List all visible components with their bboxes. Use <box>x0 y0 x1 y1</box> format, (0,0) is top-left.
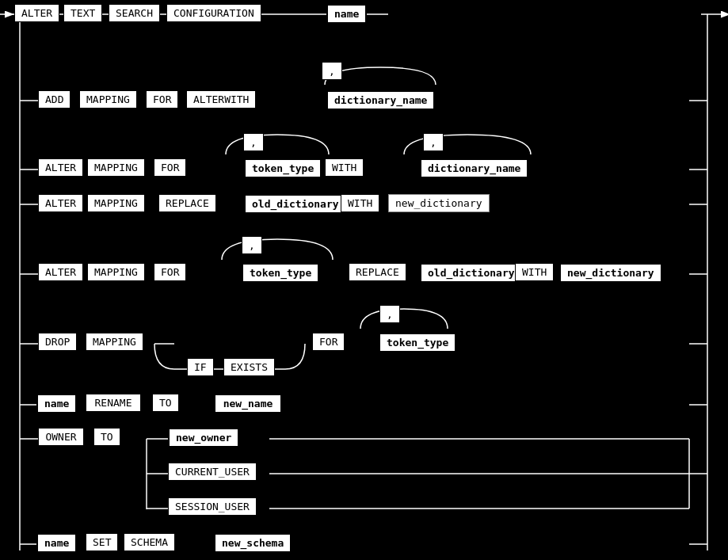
token-for-2: FOR <box>154 158 186 177</box>
token-text: TEXT <box>63 4 102 22</box>
token-mapping-5: MAPPING <box>86 333 143 351</box>
token-with-2: WITH <box>325 158 364 177</box>
comma-token-type-4: , <box>242 236 262 254</box>
token-mapping-4: MAPPING <box>87 263 145 281</box>
token-to-7: TO <box>93 428 120 446</box>
comma-token-type-2: , <box>243 133 264 151</box>
token-name-6: name <box>36 394 77 413</box>
token-with-3: WITH <box>341 194 379 212</box>
token-drop: DROP <box>38 333 77 351</box>
token-mapping-3: MAPPING <box>87 194 145 212</box>
token-new-name: new_name <box>214 394 282 413</box>
token-configuration: CONFIGURATION <box>166 4 261 22</box>
token-for-5: FOR <box>312 333 345 351</box>
token-token-type-5: token_type <box>379 333 456 352</box>
token-new-schema: new_schema <box>214 533 292 553</box>
comma-token-5: , <box>379 305 400 323</box>
token-for-1: FOR <box>146 90 178 109</box>
token-dictionary-name-1: dictionary_name <box>326 90 435 110</box>
token-add: ADD <box>38 90 71 109</box>
token-token-type-4: token_type <box>242 263 319 283</box>
token-set: SET <box>86 533 118 551</box>
token-alter-2: ALTER <box>38 158 83 177</box>
token-for-4: FOR <box>154 263 186 281</box>
token-alter-4: ALTER <box>38 263 83 281</box>
comma-loop-1: , <box>322 62 342 80</box>
token-with-4: WITH <box>515 263 554 281</box>
token-dictionary-name-2: dictionary_name <box>420 158 528 178</box>
token-mapping-1: MAPPING <box>79 90 137 109</box>
token-name-8: name <box>36 533 77 553</box>
token-if: IF <box>187 358 214 376</box>
token-alter-3: ALTER <box>38 194 83 212</box>
token-current-user: CURRENT_USER <box>168 463 257 481</box>
diagram-container: ALTER TEXT SEARCH CONFIGURATION name , A… <box>0 0 728 560</box>
token-mapping-2: MAPPING <box>87 158 145 177</box>
token-owner: OWNER <box>38 428 84 446</box>
token-old-dictionary-3: old_dictionary <box>244 194 347 214</box>
token-new-dictionary-4: new_dictionary <box>559 263 662 283</box>
token-replace-4: REPLACE <box>349 263 406 281</box>
token-token-type-2: token_type <box>244 158 322 178</box>
token-replace-3: REPLACE <box>158 194 216 212</box>
comma-dict-name-2: , <box>423 133 444 151</box>
token-search: SEARCH <box>109 4 160 22</box>
token-session-user: SESSION_USER <box>168 497 257 516</box>
token-name-0: name <box>326 4 367 24</box>
token-old-dictionary-4: old_dictionary <box>420 263 523 283</box>
token-exists: EXISTS <box>223 358 275 376</box>
token-new-owner: new_owner <box>168 428 239 448</box>
token-rename: RENAME <box>86 394 141 412</box>
token-to-6: TO <box>152 394 179 412</box>
token-alter-0: ALTER <box>14 4 59 22</box>
token-alterwith: ALTERWITH <box>186 90 256 109</box>
token-new-dictionary-3: new_dictionary <box>388 194 490 212</box>
token-schema: SCHEMA <box>124 533 175 551</box>
